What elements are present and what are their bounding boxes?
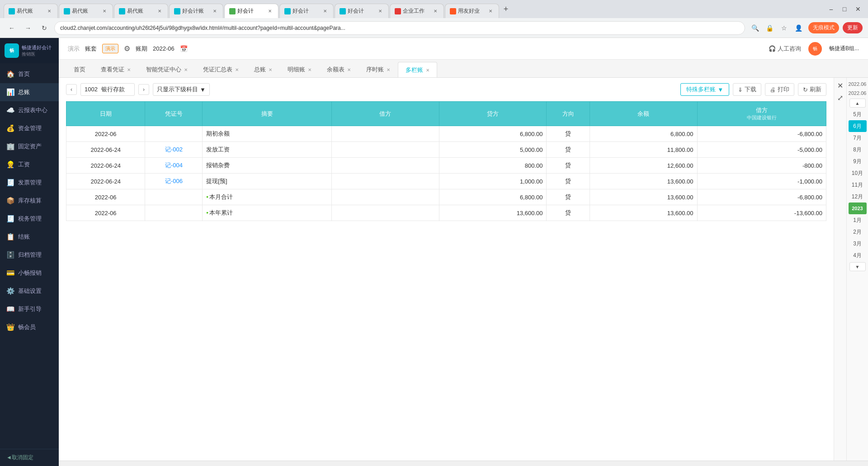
page-tab-凭证汇总表[interactable]: 凭证汇总表✕ <box>195 61 246 77</box>
consult-button[interactable]: 🎧 人工咨询 <box>769 45 801 53</box>
profile-icon[interactable]: 👤 <box>792 22 805 34</box>
tab-close-icon[interactable]: ✕ <box>377 8 384 15</box>
calendar-month-8月[interactable]: 8月 <box>849 144 867 155</box>
maximize-button[interactable]: □ <box>838 3 851 15</box>
sidebar-item-畅会员[interactable]: 👑 畅会员 <box>0 318 59 336</box>
calendar-month-11月[interactable]: 11月 <box>849 179 867 191</box>
tab-close-icon[interactable]: ✕ <box>211 8 218 15</box>
close-button[interactable]: ✕ <box>852 3 864 15</box>
sidebar-item-总账[interactable]: 📊 总账 <box>0 83 59 101</box>
browser-tab-t6[interactable]: 好会计 ✕ <box>279 4 334 18</box>
next-account-button[interactable]: › <box>138 84 149 95</box>
page-tab-总账[interactable]: 总账✕ <box>246 61 280 77</box>
browser-tab-t8[interactable]: 企业工作 ✕ <box>390 4 444 18</box>
calendar-month-3月[interactable]: 3月 <box>849 238 867 249</box>
page-tab-close-icon[interactable]: ✕ <box>269 67 272 72</box>
sidebar-item-小畅报销[interactable]: 💳 小畅报销 <box>0 264 59 282</box>
calendar-month-7月[interactable]: 7月 <box>849 132 867 144</box>
browser-tab-t2[interactable]: 易代账 ✕ <box>59 4 113 18</box>
page-tab-close-icon[interactable]: ✕ <box>235 67 239 72</box>
page-tab-close-icon[interactable]: ✕ <box>347 67 351 72</box>
back-button[interactable]: ← <box>5 22 18 34</box>
filter-select[interactable]: 只显示下级科目 ▼ <box>153 83 210 96</box>
page-tab-序时账[interactable]: 序时账✕ <box>359 61 398 77</box>
calendar-month-12月[interactable]: 12月 <box>849 191 867 202</box>
calendar-month-4月[interactable]: 4月 <box>849 249 867 261</box>
browser-tab-t9[interactable]: 用友好业 ✕ <box>445 4 499 18</box>
minimize-button[interactable]: ‒ <box>825 3 837 15</box>
sidebar-item-归档管理[interactable]: 🗄️ 归档管理 <box>0 246 59 264</box>
page-tab-close-icon[interactable]: ✕ <box>387 67 390 72</box>
row-direction: 贷 <box>547 126 590 142</box>
calendar-month-1月[interactable]: 1月 <box>849 214 867 226</box>
tab-close-icon[interactable]: ✕ <box>432 8 439 15</box>
calendar-month-9月[interactable]: 9月 <box>849 155 867 167</box>
download-button[interactable]: ⇓ 下载 <box>733 83 761 96</box>
calendar-month-10月[interactable]: 10月 <box>849 167 867 179</box>
sidebar-item-工资[interactable]: 👷 工资 <box>0 155 59 174</box>
page-tab-close-icon[interactable]: ✕ <box>308 67 311 72</box>
tab-close-icon[interactable]: ✕ <box>321 8 329 15</box>
sidebar-item-新手引导[interactable]: 📖 新手引导 <box>0 300 59 318</box>
update-button[interactable]: 更新 <box>843 22 863 33</box>
calendar-month-5月[interactable]: 5月 <box>849 108 867 120</box>
calendar-scroll-down-button[interactable]: ▼ <box>849 262 866 271</box>
page-tab-智能凭证中心[interactable]: 智能凭证中心✕ <box>138 61 195 77</box>
page-tab-首页[interactable]: 首页 <box>66 61 93 77</box>
no-trace-button[interactable]: 无痕模式 <box>808 22 839 33</box>
sidebar-item-固定资产[interactable]: 🏢 固定资产 <box>0 137 59 155</box>
sidebar-item-云报表中心[interactable]: ☁️ 云报表中心 <box>0 101 59 119</box>
tab-close-icon[interactable]: ✕ <box>487 8 494 15</box>
refresh-button[interactable]: ↻ 刷新 <box>798 83 826 96</box>
multi-col-button[interactable]: 特殊多栏账 ▼ <box>680 83 729 96</box>
star-icon[interactable]: ☆ <box>778 22 790 34</box>
tab-close-icon[interactable]: ✕ <box>101 8 108 15</box>
browser-tab-t7[interactable]: 好会计 ✕ <box>335 4 389 18</box>
page-tab-查看凭证[interactable]: 查看凭证✕ <box>93 61 138 77</box>
page-tab-close-icon[interactable]: ✕ <box>184 67 188 72</box>
tab-label: 易代账 <box>17 7 44 15</box>
voucher-link[interactable]: 记-006 <box>165 178 183 184</box>
page-tab-close-icon[interactable]: ✕ <box>426 68 429 73</box>
browser-tab-t5[interactable]: 好会计 ✕ <box>224 4 278 18</box>
page-tab-多栏账[interactable]: 多栏账✕ <box>398 62 437 78</box>
sidebar-item-税务管理[interactable]: 🧾 税务管理 <box>0 210 59 228</box>
address-input[interactable] <box>54 21 745 35</box>
sidebar-item-资金管理[interactable]: 💰 资金管理 <box>0 119 59 137</box>
voucher-link[interactable]: 记-004 <box>165 162 183 169</box>
browser-tab-t4[interactable]: 好会计账 ✕ <box>169 4 223 18</box>
sidebar-item-首页[interactable]: 🏠 首页 <box>0 65 59 83</box>
horizontal-scrollbar[interactable] <box>59 461 868 466</box>
page-tab-close-icon[interactable]: ✕ <box>127 67 131 72</box>
page-tab-明细账[interactable]: 明细账✕ <box>280 61 319 77</box>
tab-close-icon[interactable]: ✕ <box>156 8 163 15</box>
tab-close-icon[interactable]: ✕ <box>46 8 53 15</box>
expand-panel-button[interactable]: ⤢ <box>837 94 843 102</box>
voucher-link[interactable]: 记-002 <box>165 146 183 153</box>
account-selector[interactable]: 1002 银行存款 <box>80 83 135 96</box>
calendar-month-2月[interactable]: 2月 <box>849 226 867 238</box>
row-debit <box>331 189 439 205</box>
row-extra: -1,000.00 <box>697 174 826 189</box>
gear-settings[interactable]: ⚙ <box>124 44 130 53</box>
unpin-button[interactable]: ◄取消固定 <box>0 449 59 466</box>
sidebar-item-基础设置[interactable]: ⚙️ 基础设置 <box>0 282 59 300</box>
sidebar-item-结账[interactable]: 📋 结账 <box>0 228 59 246</box>
calendar-month-6月[interactable]: 6月 <box>849 120 867 132</box>
browser-tab-t3[interactable]: 易代账 ✕ <box>114 4 168 18</box>
new-tab-button[interactable]: + <box>500 3 512 15</box>
page-tab-余额表[interactable]: 余额表✕ <box>319 61 359 77</box>
calendar-scroll-up-button[interactable]: ▲ <box>849 99 866 108</box>
print-button[interactable]: 🖨 打印 <box>765 83 794 96</box>
sidebar-item-发票管理[interactable]: 🧾 发票管理 <box>0 174 59 192</box>
browser-tab-t1[interactable]: 易代账 ✕ <box>4 4 58 18</box>
sidebar-item-库存核算[interactable]: 📦 库存核算 <box>0 192 59 210</box>
forward-button[interactable]: → <box>22 22 34 34</box>
calendar-icon[interactable]: 📅 <box>180 45 188 52</box>
search-icon[interactable]: 🔍 <box>749 22 761 34</box>
tab-close-icon[interactable]: ✕ <box>266 8 274 15</box>
shield-icon[interactable]: 🔒 <box>763 22 776 34</box>
prev-account-button[interactable]: ‹ <box>66 84 77 95</box>
close-panel-button[interactable]: ✕ <box>837 81 843 90</box>
reload-button[interactable]: ↻ <box>38 22 51 34</box>
